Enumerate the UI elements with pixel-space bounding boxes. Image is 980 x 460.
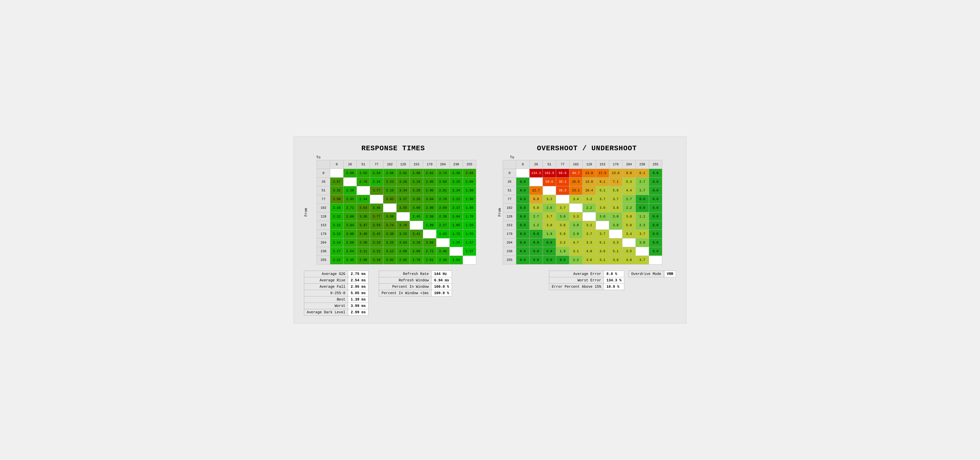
table-cell: 3.0 [570, 221, 583, 230]
stat-row-worst-error: Worst Error 134.3 % [549, 277, 624, 284]
table-cell: 2.95 [423, 177, 436, 186]
table-row: 1530.01.23.83.83.03.13.05.62.30.0 [503, 221, 662, 230]
table-cell: 5.6 [622, 221, 636, 230]
stats-middle-table: Refresh Rate 144 Hz Refresh Window 6.94 … [379, 271, 452, 296]
table-cell: 2.80 [344, 212, 357, 221]
table-row: 510.022.738.523.110.45.15.64.41.70.0 [503, 186, 662, 195]
table-cell: 3.77 [370, 212, 383, 221]
table-cell [636, 247, 649, 256]
table-row: 773.992.932.443.823.373.263.042.702.221.… [317, 195, 476, 204]
worst-error-value: 134.3 % [604, 277, 624, 284]
table-cell: 5.1 [596, 186, 609, 195]
table-cell: 2.14 [330, 238, 344, 247]
table-cell: 2.82 [396, 256, 410, 265]
table-cell [543, 186, 556, 195]
stat-row-percent-in-window-plus: Percent In Window +1ms 100.0 % [379, 290, 452, 296]
response-matrix-inner: 026517710212815317920423025502.602.552.5… [317, 160, 476, 265]
table-row: 2300.00.00.01.93.14.83.65.13.50.0 [503, 247, 662, 256]
table-row: 263.572.782.243.233.263.162.952.642.252.… [317, 177, 476, 186]
table-cell: 3.47 [357, 221, 370, 230]
error-percent-value: 10.9 % [604, 284, 624, 290]
refresh-rate-value: 144 Hz [431, 271, 452, 277]
table-cell: 3.1 [570, 247, 583, 256]
table-cell [410, 221, 423, 230]
table-cell: 3.16 [383, 186, 396, 195]
col-header: 77 [370, 160, 383, 169]
table-cell: 2.54 [370, 169, 383, 177]
stat-row-best: Best 1.39 ms [304, 296, 369, 303]
table-cell: 2.9 [570, 230, 583, 238]
table-cell: 3.7 [583, 230, 596, 238]
table-cell: 2.12 [330, 221, 344, 230]
table-cell: 2.17 [330, 247, 344, 256]
table-cell: 59.6 [543, 177, 556, 186]
table-cell: 2.69 [436, 204, 450, 212]
col-header: 102 [383, 160, 396, 169]
table-cell: 38.5 [556, 186, 570, 195]
table-cell: 3.54 [370, 221, 383, 230]
table-cell: 3.8 [622, 212, 636, 221]
avg-g2g-value: 2.75 ms [348, 271, 369, 277]
table-cell: 0.0 [516, 247, 530, 256]
overshoot-title: OVERSHOOT / UNDERSHOOT [498, 144, 676, 152]
table-cell: 2.2 [622, 204, 636, 212]
row-header: 51 [503, 186, 516, 195]
table-cell: 3.46 [370, 204, 383, 212]
table-row: 770.08.93.23.43.23.73.72.70.00.0 [503, 195, 662, 204]
worst-label: Worst [304, 303, 348, 309]
table-cell: 5.0 [530, 204, 543, 212]
table-cell: 1.7 [636, 186, 649, 195]
table-cell: 1.90 [463, 195, 476, 204]
table-cell: 2.24 [450, 186, 463, 195]
error-percent-label: Error Percent Above 15% [549, 284, 604, 290]
table-cell: 17.5 [596, 169, 609, 177]
table-cell [649, 256, 662, 265]
col-header: 230 [636, 160, 649, 169]
col-header: 179 [423, 160, 436, 169]
table-cell: 1.72 [450, 230, 463, 238]
refresh-rate-label: Refresh Rate [379, 271, 431, 277]
table-cell: 2.84 [344, 221, 357, 230]
table-cell: 0.0 [530, 230, 543, 238]
stat-row-error-percent: Error Percent Above 15% 10.9 % [549, 284, 624, 290]
table-cell: 3.6 [596, 247, 609, 256]
stats-left-table: Average G2G 2.75 ms Average Rise 2.54 ms… [304, 271, 369, 316]
table-cell: 3.37 [396, 195, 410, 204]
table-cell: 3.3 [583, 238, 596, 247]
table-cell: 3.2 [543, 195, 556, 204]
table-cell: 5.6 [609, 186, 622, 195]
table-cell: 3.40 [357, 230, 370, 238]
table-cell: 2.55 [357, 169, 370, 177]
table-cell: 2.71 [344, 204, 357, 212]
row-header: 255 [317, 256, 330, 265]
response-to-label: To [316, 155, 482, 160]
table-cell: 3.04 [423, 195, 436, 204]
table-cell: 2.74 [436, 169, 450, 177]
table-cell: 2.36 [436, 256, 450, 265]
table-cell: 3.18 [370, 256, 383, 265]
col-header: 153 [410, 160, 423, 169]
col-header: 153 [596, 160, 609, 169]
table-cell: 3.36 [357, 212, 370, 221]
table-cell: 0.0 [516, 186, 530, 195]
table-cell: 0.0 [516, 256, 530, 265]
col-header: 179 [609, 160, 622, 169]
table-cell: 1.59 [463, 221, 476, 230]
row-header: 153 [503, 221, 516, 230]
table-cell: 3.1 [596, 256, 609, 265]
table-cell: 0.0 [649, 204, 662, 212]
stat-row-percent-in-window: Percent In Window 100.0 % [379, 284, 452, 290]
table-cell: 3.3 [609, 238, 622, 247]
table-cell: 0.0 [530, 256, 543, 265]
avg-error-value: 8.0 % [604, 271, 624, 277]
row-header: 77 [317, 195, 330, 204]
table-cell: 2.22 [330, 256, 344, 265]
table-cell: 3.16 [410, 177, 423, 186]
table-row: 2552.222.452.983.183.022.822.762.612.361… [317, 256, 476, 265]
table-cell: 0.0 [649, 221, 662, 230]
col-header: 51 [543, 160, 556, 169]
table-cell: 2.61 [436, 186, 450, 195]
table-cell: 2.28 [344, 186, 357, 195]
col-header: 128 [583, 160, 596, 169]
table-cell: 3.4 [570, 195, 583, 204]
